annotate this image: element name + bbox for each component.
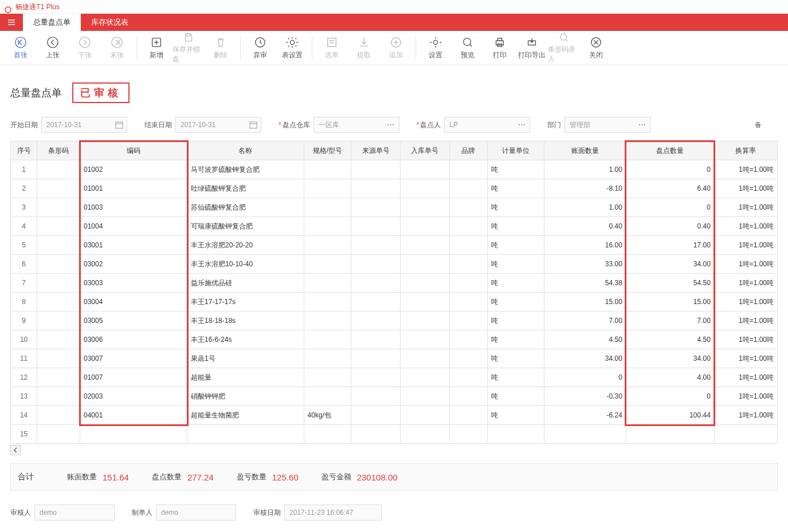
table-row[interactable]: 101002马可波罗硫酸钾复合肥吨1.0001吨=1.00吨 (11, 160, 778, 179)
start-date-input[interactable]: 2017-10-31 (41, 117, 127, 133)
col-src-no[interactable]: 来源单号 (351, 141, 401, 160)
tab-stock-status[interactable]: 库存状况表 (81, 14, 139, 31)
maker-input[interactable]: demo (156, 505, 236, 521)
lookup-icon[interactable] (387, 121, 395, 129)
preview-button[interactable]: 预览 (452, 32, 484, 64)
cell-src-no (351, 387, 401, 406)
cell-count-qty: 0.40 (626, 217, 714, 236)
new-button[interactable]: 新增 (140, 32, 173, 64)
cell-src-no (351, 368, 401, 387)
col-spec[interactable]: 规格/型号 (304, 141, 351, 160)
dept-input[interactable]: 管理部 (564, 117, 650, 133)
col-count-qty[interactable]: 盘点数量 (626, 141, 714, 160)
table-row[interactable]: 603002丰王水溶肥10-10-40吨33.0034.001吨=1.00吨 (11, 255, 778, 274)
cell-name: 丰王18-18-18s (187, 312, 304, 330)
table-row[interactable]: 803004丰王17-17-17s吨15.0015.001吨=1.00吨 (11, 293, 778, 312)
table-row[interactable]: 301003苏仙硫酸钾复合肥吨1.0001吨=1.00吨 (11, 198, 778, 217)
cell-count-qty: 0 (626, 387, 714, 406)
first-page-button[interactable]: 首张 (5, 32, 37, 64)
next-page-button[interactable]: 下张 (69, 32, 101, 64)
app-logo-icon (5, 4, 11, 11)
cell-idx: 9 (11, 312, 37, 330)
print-button[interactable]: 打印 (484, 32, 516, 64)
end-date-input[interactable]: 2017-10-31 (175, 117, 261, 133)
col-idx[interactable]: 序号 (11, 141, 37, 160)
audit-date-input[interactable]: 2017-11-23 16:06:47 (284, 505, 382, 521)
cell-code: 01004 (80, 217, 187, 236)
cell-brand (449, 349, 487, 368)
cell-spec (304, 274, 351, 293)
diff-qty-value: 125.60 (272, 472, 299, 482)
inventory-table: 序号 条形码 编码 名称 规格/型号 来源单号 入库单号 品牌 计量单位 账面数… (10, 141, 778, 444)
cell-brand (449, 160, 487, 179)
barcode-entry-button[interactable]: 条形码录入 (548, 32, 580, 64)
table-row[interactable]: 1404001超能量生物菌肥40kg/包吨-6.24100.441吨=1.00吨 (11, 406, 778, 425)
table-row[interactable]: 1103007果蔬1号吨34.0034.001吨=1.00吨 (11, 349, 778, 368)
cell-unit: 吨 (487, 387, 544, 406)
cell-name: 丰王水溶肥10-10-40 (187, 255, 304, 274)
cell-ratio: 1吨=1.00吨 (714, 236, 777, 255)
table-row[interactable]: 1201007超能量吨04.001吨=1.00吨 (11, 368, 778, 387)
col-ratio[interactable]: 换算率 (714, 141, 777, 160)
delete-button[interactable]: 删除 (205, 32, 237, 64)
table-row[interactable]: 201001吐绿硫酸钾复合肥吨-8.106.401吨=1.00吨 (11, 179, 778, 198)
close-button[interactable]: 关闭 (580, 32, 612, 64)
cell-src-no (351, 198, 401, 217)
table-row[interactable]: 703003益乐施优品硅吨54.3854.501吨=1.00吨 (11, 274, 778, 293)
print-export-button[interactable]: 打印导出 (516, 32, 548, 64)
cell-brand (449, 406, 487, 425)
cell-count-qty: 0 (626, 160, 714, 179)
cell-in-no (400, 236, 449, 255)
warehouse-input[interactable]: 一区库 (313, 117, 399, 133)
table-row[interactable]: 503001丰王水溶肥20-20-20吨16.0017.001吨=1.00吨 (11, 236, 778, 255)
cell-src-no (351, 236, 401, 255)
cell-count-qty: 0 (626, 198, 714, 217)
cell-name (187, 425, 304, 444)
table-row[interactable]: 1302003硝酸钾钾肥吨-0.3001吨=1.00吨 (11, 387, 778, 406)
col-brand[interactable]: 品牌 (449, 141, 487, 160)
table-row[interactable]: 15 (11, 425, 778, 444)
cell-idx: 1 (11, 160, 37, 179)
select-order-button[interactable]: 选单 (316, 32, 348, 64)
maker-label: 制单人 (132, 508, 152, 518)
diff-amt-label: 盈亏金额 (322, 472, 351, 482)
remark-label: 备 (755, 120, 762, 130)
append-button[interactable]: 追加 (380, 32, 412, 64)
table-row[interactable]: 401004可瑞康硫酸钾复合肥吨0.400.401吨=1.00吨 (11, 217, 778, 236)
table-row[interactable]: 903005丰王18-18-18s吨7.007.001吨=1.00吨 (11, 312, 778, 330)
settings-button[interactable]: 设置 (420, 32, 452, 64)
cell-count-qty: 54.50 (626, 274, 714, 293)
col-book-qty[interactable]: 账面数量 (544, 141, 626, 160)
scroll-left-button[interactable] (10, 445, 21, 455)
person-input[interactable]: LP (444, 117, 530, 133)
table-settings-button[interactable]: 表设置 (276, 32, 308, 64)
cell-in-no (400, 293, 449, 312)
lookup-icon[interactable] (518, 121, 526, 129)
abandon-audit-button[interactable]: 弃审 (244, 32, 276, 64)
col-code[interactable]: 编码 (80, 141, 187, 160)
cell-book-qty: 7.00 (544, 312, 626, 330)
extract-button[interactable]: 提取 (348, 32, 380, 64)
cell-name: 吐绿硫酸钾复合肥 (187, 179, 304, 198)
cell-book-qty: 15.00 (544, 293, 626, 312)
auditor-input[interactable]: demo (34, 505, 115, 521)
table-row[interactable]: 1003006丰王16-6-24s吨4.504.501吨=1.00吨 (11, 330, 778, 349)
tab-inventory-count[interactable]: 总量盘点单 (23, 14, 81, 31)
cell-name: 丰王水溶肥20-20-20 (187, 236, 304, 255)
cell-count-qty: 6.40 (626, 179, 714, 198)
cell-in-no (400, 179, 449, 198)
col-unit[interactable]: 计量单位 (487, 141, 544, 160)
save-lock-button[interactable]: 保存并锁盘 (173, 32, 205, 64)
hamburger-menu-button[interactable] (0, 14, 23, 31)
cell-name: 果蔬1号 (187, 349, 304, 368)
cell-ratio: 1吨=1.00吨 (714, 406, 777, 425)
cell-barcode (37, 198, 80, 217)
cell-unit: 吨 (487, 330, 544, 349)
col-in-no[interactable]: 入库单号 (400, 141, 449, 160)
col-barcode[interactable]: 条形码 (37, 141, 80, 160)
last-page-button[interactable]: 末张 (101, 32, 133, 64)
lookup-icon[interactable] (638, 121, 646, 129)
col-name[interactable]: 名称 (187, 141, 304, 160)
cell-spec (304, 198, 351, 217)
prev-page-button[interactable]: 上张 (37, 32, 69, 64)
